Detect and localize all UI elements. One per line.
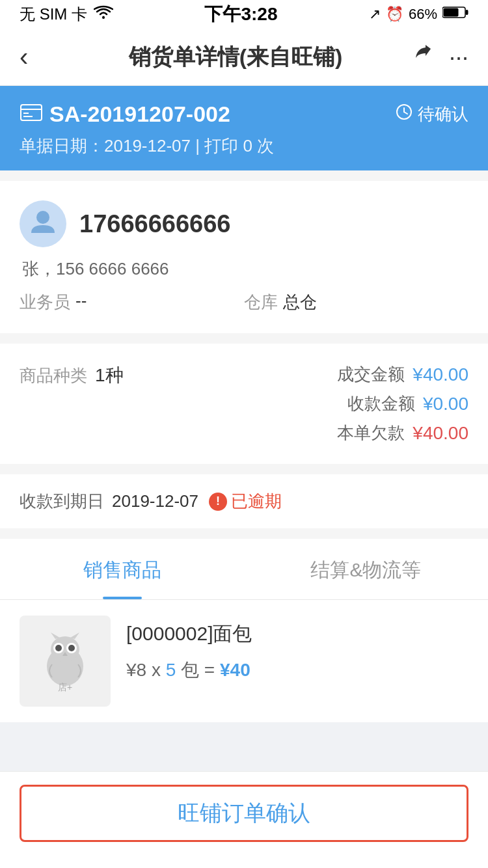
- svg-marker-19: [51, 632, 60, 639]
- svg-rect-3: [443, 8, 458, 17]
- svg-point-17: [68, 645, 75, 651]
- svg-rect-5: [21, 109, 42, 110]
- back-button[interactable]: ‹: [20, 42, 59, 72]
- order-header-card: SA-20191207-002 待确认 单据日期：2019-12-07 | 打印…: [0, 86, 488, 170]
- avatar: [20, 200, 66, 247]
- svg-text:店+: 店+: [58, 682, 72, 692]
- svg-line-10: [404, 112, 407, 114]
- product-name: [0000002]面包: [126, 621, 468, 647]
- tabs-container: 销售商品 结算&物流等: [0, 539, 488, 722]
- transaction-amount-row: 成交金额 ¥40.00: [337, 363, 468, 386]
- product-types-label: 商品种类: [20, 364, 87, 387]
- product-thumbnail: 店+: [20, 616, 111, 707]
- product-types-field: 商品种类 1种: [20, 363, 244, 388]
- order-status: 待确认: [396, 103, 468, 126]
- salesperson-field: 业务员 --: [20, 291, 244, 314]
- arrears-amount-value: ¥40.00: [413, 423, 468, 444]
- status-bar: 无 SIM 卡 下午3:28 ↗ ⏰ 66%: [0, 0, 488, 29]
- customer-phone: 17666666666: [79, 210, 230, 238]
- payment-amount-label: 收款金额: [347, 392, 415, 415]
- price-equals: =: [204, 660, 220, 680]
- svg-rect-7: [23, 116, 33, 117]
- product-types-value: 1种: [95, 363, 124, 388]
- tab-sales-products[interactable]: 销售商品: [0, 539, 244, 599]
- salesperson-value: --: [75, 291, 87, 314]
- product-item: 店+ [0000002]面包 ¥8 x 5 包 = ¥40: [20, 616, 468, 707]
- clock-icon: [396, 103, 413, 125]
- location-icon: ↗: [369, 6, 381, 23]
- nav-actions: ···: [413, 42, 468, 72]
- overdue-text: 已逾期: [231, 490, 282, 513]
- battery-percentage: 66%: [409, 6, 437, 23]
- due-date-label: 收款到期日: [20, 490, 104, 513]
- more-icon[interactable]: ···: [449, 44, 468, 71]
- svg-rect-6: [23, 113, 29, 114]
- transaction-amount-label: 成交金额: [337, 363, 405, 386]
- user-icon: [29, 207, 57, 241]
- salesperson-label: 业务员: [20, 291, 70, 314]
- nav-bar: ‹ 销货单详情(来自旺铺) ···: [0, 29, 488, 86]
- due-date-card: 收款到期日 2019-12-07 ! 已逾期: [0, 474, 488, 528]
- svg-point-15: [55, 645, 62, 651]
- product-quantity: 5: [166, 660, 176, 680]
- confirm-bar: 旺铺订单确认: [0, 771, 488, 868]
- svg-point-11: [36, 211, 49, 224]
- order-icon: [20, 102, 43, 127]
- status-time: 下午3:28: [204, 2, 277, 27]
- customer-extra: 业务员 -- 仓库 总仓: [20, 291, 468, 314]
- warehouse-value: 总仓: [283, 291, 317, 314]
- customer-name: 张，156 6666 6666: [20, 258, 468, 280]
- transaction-amount-value: ¥40.00: [413, 364, 468, 385]
- svg-rect-2: [465, 10, 468, 15]
- sim-status: 无 SIM 卡: [20, 4, 87, 25]
- status-left: 无 SIM 卡: [20, 4, 113, 25]
- svg-point-0: [102, 16, 105, 19]
- price-per-unit: ¥8: [126, 660, 146, 680]
- due-date-value: 2019-12-07: [112, 491, 198, 511]
- price-multiply: x: [152, 660, 166, 680]
- battery-icon: [442, 6, 468, 23]
- overdue-icon: !: [209, 493, 227, 511]
- status-right: ↗ ⏰ 66%: [369, 6, 468, 23]
- payment-amount-row: 收款金额 ¥0.00: [347, 392, 468, 415]
- payment-amount-value: ¥0.00: [423, 394, 468, 414]
- page-title: 销货单详情(来自旺铺): [129, 42, 343, 72]
- tabs: 销售商品 结算&物流等: [0, 539, 488, 600]
- overdue-badge: ! 已逾期: [209, 490, 282, 513]
- confirm-order-button[interactable]: 旺铺订单确认: [20, 785, 468, 842]
- product-list: 店+ [0000002]面包 ¥8 x 5 包 = ¥40: [0, 600, 488, 722]
- order-meta: 单据日期：2019-12-07 | 打印 0 次: [20, 135, 468, 157]
- product-info: [0000002]面包 ¥8 x 5 包 = ¥40: [126, 616, 468, 683]
- warehouse-label: 仓库: [244, 291, 278, 314]
- arrears-amount-row: 本单欠款 ¥40.00: [337, 422, 468, 444]
- alarm-icon: ⏰: [386, 6, 403, 23]
- warehouse-field: 仓库 总仓: [244, 291, 468, 314]
- tab-settlement-logistics[interactable]: 结算&物流等: [244, 539, 488, 599]
- product-price: ¥8 x 5 包 = ¥40: [126, 658, 468, 683]
- product-total: ¥40: [220, 660, 251, 680]
- product-unit: 包: [181, 660, 199, 680]
- customer-card: 17666666666 张，156 6666 6666 业务员 -- 仓库 总仓: [0, 181, 488, 333]
- summary-card: 商品种类 1种 成交金额 ¥40.00 收款金额 ¥0.00 本单欠款 ¥40.…: [0, 344, 488, 464]
- svg-marker-20: [70, 632, 79, 639]
- arrears-amount-label: 本单欠款: [337, 422, 405, 444]
- share-icon[interactable]: [413, 42, 436, 72]
- order-number: SA-20191207-002: [20, 102, 230, 127]
- wifi-icon: [94, 5, 113, 23]
